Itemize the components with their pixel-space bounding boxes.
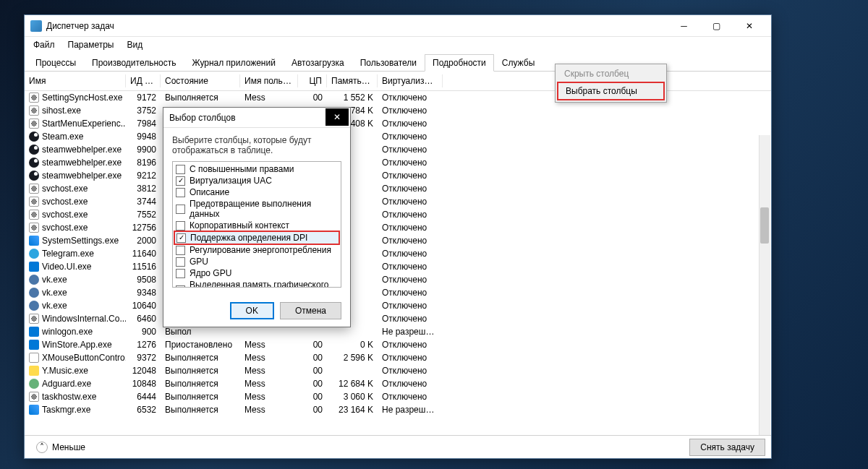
table-row[interactable]: vk.exe9348ВыполОтключено xyxy=(25,286,771,299)
column-option[interactable]: Ядро GPU xyxy=(174,267,339,279)
table-row[interactable]: Telegram.exe11640ВыполОтключено xyxy=(25,247,771,260)
checkbox[interactable] xyxy=(176,165,185,174)
table-row[interactable]: steamwebhelper.exe9900ВыполОтключено xyxy=(25,143,771,156)
table-row[interactable]: steamwebhelper.exe9212ВыполОтключено xyxy=(25,169,771,182)
process-name: svchost.exe xyxy=(42,184,88,194)
col-user[interactable]: Имя польз... xyxy=(240,74,298,87)
process-cpu: 00 xyxy=(298,392,327,402)
checkbox[interactable] xyxy=(176,221,185,231)
table-row[interactable]: Steam.exe9948ВыполОтключено xyxy=(25,130,771,143)
column-option[interactable]: Корпоративный контекст xyxy=(174,220,339,231)
scrollbar[interactable] xyxy=(759,135,770,435)
process-user: Mess xyxy=(240,405,298,415)
table-row[interactable]: Video.UI.exe11516ПриоОтключено xyxy=(25,260,771,273)
table-row[interactable]: WinStore.App.exe1276ПриостановленоMess00… xyxy=(25,338,771,351)
tab-2[interactable]: Журнал приложений xyxy=(184,54,284,71)
tab-5[interactable]: Подробности xyxy=(425,54,494,72)
process-icon xyxy=(29,223,39,233)
titlebar[interactable]: Диспетчер задач ─ ▢ ✕ xyxy=(25,15,771,37)
checkbox[interactable] xyxy=(176,246,185,255)
table-row[interactable]: sihost.exe3752ВыполняетсяMess005 784 KОт… xyxy=(25,104,771,117)
maximize-button[interactable]: ▢ xyxy=(700,16,733,36)
process-virt: Отключено xyxy=(378,158,443,168)
process-mem: 2 596 K xyxy=(327,353,378,363)
process-icon xyxy=(29,158,39,168)
column-option-label: Выделенная память графического процессор… xyxy=(190,280,338,288)
menu-view[interactable]: Вид xyxy=(121,38,148,51)
process-virt: Отключено xyxy=(378,223,443,233)
column-option[interactable]: Описание xyxy=(174,186,339,198)
checkbox[interactable] xyxy=(176,269,185,278)
checkbox[interactable] xyxy=(176,257,185,267)
col-virt[interactable]: Виртуализаци... xyxy=(378,74,443,87)
column-context-menu: Скрыть столбец Выбрать столбцы xyxy=(555,64,667,103)
dialog-message: Выберите столбцы, которые будут отобража… xyxy=(172,135,341,155)
column-option[interactable]: Виртуализация UAC xyxy=(174,175,339,186)
table-row[interactable]: svchost.exe3744ВыполОтключено xyxy=(25,195,771,208)
menubar: Файл Параметры Вид xyxy=(25,37,771,53)
table-row[interactable]: taskhostw.exe6444ВыполняетсяMess003 060 … xyxy=(25,390,771,403)
checkbox[interactable] xyxy=(176,233,186,243)
cancel-button[interactable]: Отмена xyxy=(280,302,341,319)
end-task-button[interactable]: Снять задачу xyxy=(689,439,765,456)
column-option-label: Поддержка определения DPI xyxy=(190,233,307,243)
table-row[interactable]: svchost.exe12756ВыполОтключено xyxy=(25,221,771,234)
process-mem: 23 164 K xyxy=(327,405,378,415)
column-option[interactable]: Регулирование энергопотребления xyxy=(174,244,339,256)
table-row[interactable]: Adguard.exe10848ВыполняетсяMess0012 684 … xyxy=(25,377,771,390)
checkbox[interactable] xyxy=(176,188,185,197)
tab-6[interactable]: Службы xyxy=(494,54,542,71)
ok-button[interactable]: OK xyxy=(230,302,274,319)
column-option-label: Корпоративный контекст xyxy=(190,220,289,231)
table-row[interactable]: steamwebhelper.exe8196ВыполОтключено xyxy=(25,156,771,169)
tab-0[interactable]: Процессы xyxy=(27,54,84,71)
table-row[interactable]: svchost.exe7552ВыполОтключено xyxy=(25,208,771,221)
dialog-close-button[interactable]: ✕ xyxy=(326,108,349,126)
table-row[interactable]: WindowsInternal.Co...6460ВыполОтключено xyxy=(25,312,771,325)
process-pid: 7984 xyxy=(126,119,161,129)
process-list[interactable]: SettingSyncHost.exe9172ВыполняетсяMess00… xyxy=(25,91,771,435)
table-row[interactable]: Taskmgr.exe6532ВыполняетсяMess0023 164 K… xyxy=(25,403,771,416)
close-button[interactable]: ✕ xyxy=(733,16,765,36)
fewer-details-button[interactable]: ˄ Меньше xyxy=(30,439,91,456)
column-checklist[interactable]: С повышенными правамиВиртуализация UACОп… xyxy=(172,161,341,288)
process-virt: Отключено xyxy=(378,314,443,324)
tab-1[interactable]: Производительность xyxy=(84,54,184,71)
col-mem[interactable]: Память (ак... xyxy=(327,74,378,87)
process-icon xyxy=(29,92,39,103)
column-option[interactable]: GPU xyxy=(174,256,339,267)
table-row[interactable]: vk.exe9508ВыполОтключено xyxy=(25,273,771,286)
ctx-hide-column[interactable]: Скрыть столбец xyxy=(557,66,665,82)
table-row[interactable]: XMouseButtonContro...9372ВыполняетсяMess… xyxy=(25,351,771,364)
ctx-select-columns[interactable]: Выбрать столбцы xyxy=(557,82,665,100)
minimize-button[interactable]: ─ xyxy=(668,16,700,36)
table-row[interactable]: winlogon.exe900ВыполНе разрешено xyxy=(25,325,771,338)
table-row[interactable]: vk.exe10640ВыполОтключено xyxy=(25,299,771,312)
table-row[interactable]: StartMenuExperienc...7984ВыполняетсяMess… xyxy=(25,117,771,130)
menu-file[interactable]: Файл xyxy=(27,38,61,51)
tab-3[interactable]: Автозагрузка xyxy=(284,54,352,71)
process-icon xyxy=(29,353,39,363)
process-virt: Отключено xyxy=(378,106,443,116)
table-row[interactable]: svchost.exe3812ВыполОтключено xyxy=(25,182,771,195)
menu-options[interactable]: Параметры xyxy=(62,38,120,51)
column-option[interactable]: Поддержка определения DPI xyxy=(174,231,340,245)
table-row[interactable]: Y.Music.exe12048ВыполняетсяMess00Отключе… xyxy=(25,364,771,377)
process-pid: 3812 xyxy=(126,184,161,194)
col-name[interactable]: Имя xyxy=(25,74,126,87)
column-option[interactable]: С повышенными правами xyxy=(174,163,339,175)
column-option[interactable]: Предотвращение выполнения данных xyxy=(174,198,339,220)
process-virt: Отключено xyxy=(378,353,443,363)
column-option-label: Виртуализация UAC xyxy=(190,176,272,186)
tab-4[interactable]: Пользователи xyxy=(352,54,425,71)
checkbox[interactable] xyxy=(176,176,185,186)
checkbox[interactable] xyxy=(176,205,185,214)
column-option[interactable]: Выделенная память графического процессор… xyxy=(174,279,339,288)
col-pid[interactable]: ИД п... xyxy=(126,74,161,87)
table-row[interactable]: SystemSettings.exe2000ПриоОтключено xyxy=(25,234,771,247)
dialog-titlebar[interactable]: Выбор столбцов ✕ xyxy=(163,108,350,128)
col-cpu[interactable]: ЦП xyxy=(298,74,327,87)
process-pid: 9900 xyxy=(126,145,161,155)
col-state[interactable]: Состояние xyxy=(161,74,240,87)
checkbox[interactable] xyxy=(176,285,185,288)
